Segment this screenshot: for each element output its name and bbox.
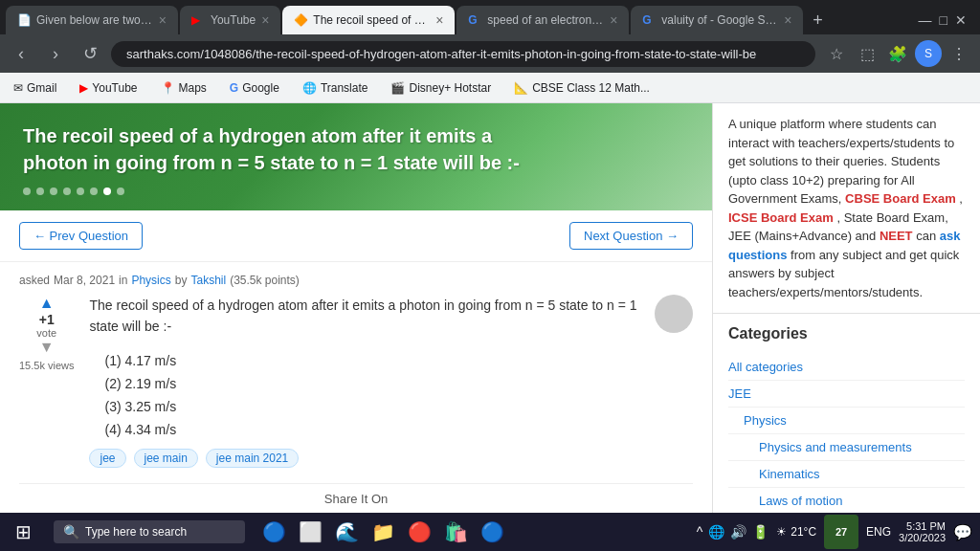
new-tab-button[interactable]: + — [805, 11, 831, 31]
bookmark-hotstar[interactable]: 🎬 Disney+ Hotstar — [385, 79, 497, 97]
taskbar-app-extra[interactable]: 🔵 — [475, 515, 509, 549]
author-link[interactable]: Takshil — [190, 274, 226, 287]
taskbar-search-box[interactable]: 🔍 Type here to search — [54, 520, 245, 543]
dot-5[interactable] — [77, 187, 84, 195]
battery-icon[interactable]: 🔋 — [752, 524, 768, 540]
progress-dots — [23, 187, 689, 195]
vote-down-button[interactable]: ▼ — [39, 339, 55, 356]
in-label: in — [119, 274, 127, 287]
forward-button[interactable]: › — [42, 40, 69, 67]
bookmark-translate[interactable]: 🌐 Translate — [297, 79, 374, 97]
volume-icon[interactable]: 🔊 — [730, 524, 746, 540]
chrome-icon: 🔴 — [408, 520, 432, 543]
question-text: The recoil speed of a hydrogen atom afte… — [89, 295, 693, 338]
option-3: (3) 3.25 m/s — [104, 399, 693, 414]
tab-2-title: YouTube — [211, 13, 256, 27]
url-input[interactable] — [111, 41, 815, 67]
store-icon: 🛍️ — [444, 520, 468, 543]
taskbar-edge[interactable]: 🌊 — [329, 515, 364, 549]
tag-jee[interactable]: jee — [89, 449, 125, 468]
language-indicator[interactable]: ENG — [866, 525, 891, 539]
date-indicator[interactable]: 27 — [824, 515, 858, 549]
tab-2[interactable]: ▶ YouTube × — [180, 6, 280, 34]
gmail-icon: ✉ — [13, 81, 23, 95]
bookmark-maps[interactable]: 📍 Maps — [155, 79, 212, 97]
tab-1[interactable]: 📄 Given below are two sta... × — [6, 6, 178, 34]
taskbar: ⊞ 🔍 Type here to search 🔵 ⬜ 🌊 📁 🔴 🛍️ 🔵 ^ — [0, 513, 980, 551]
category-all[interactable]: All categories — [728, 354, 965, 381]
maximize-icon[interactable]: □ — [940, 12, 947, 28]
tab-4-close[interactable]: × — [610, 12, 617, 28]
right-description: A unique platform where students can int… — [713, 103, 980, 314]
vote-up-button[interactable]: ▲ — [39, 295, 55, 312]
tag-jee-main[interactable]: jee main — [134, 449, 198, 468]
translate-icon: 🌐 — [302, 81, 317, 95]
bookmark-google[interactable]: G Google — [224, 79, 285, 97]
dot-6[interactable] — [90, 187, 98, 195]
date-display: 3/20/2023 — [899, 532, 946, 543]
taskbar-right: ^ 🌐 🔊 🔋 ☀ 21°C 27 ENG 5:31 PM 3/20/2023 … — [697, 515, 980, 549]
taskbar-file-explorer[interactable]: 📁 — [366, 515, 400, 549]
browser-chrome: 📄 Given below are two sta... × ▶ YouTube… — [0, 0, 980, 103]
tag-jee-main-2021[interactable]: jee main 2021 — [206, 449, 299, 468]
bookmark-cbse[interactable]: 📐 CBSE Class 12 Math... — [508, 79, 656, 97]
taskbar-cortana[interactable]: 🔵 — [256, 515, 291, 549]
tab-4-favicon: G — [468, 13, 481, 27]
back-button[interactable]: ‹ — [8, 40, 34, 67]
category-laws-of-motion[interactable]: Laws of motion — [728, 488, 965, 515]
bookmarks-bar: ✉ Gmail ▶ YouTube 📍 Maps G Google 🌐 Tran… — [0, 73, 980, 103]
option-2-num: (2) — [104, 376, 124, 391]
dot-7[interactable] — [103, 187, 111, 195]
tab-3[interactable]: 🔶 The recoil speed of a hyd... × — [282, 6, 455, 34]
options-list: (1) 4.17 m/s (2) 2.19 m/s (3) 3.25 m/s (… — [104, 353, 693, 437]
tab-2-close[interactable]: × — [261, 12, 269, 28]
chevron-up-icon[interactable]: ^ — [697, 524, 703, 540]
menu-icon[interactable]: ⋮ — [946, 40, 972, 67]
network-icon[interactable]: 🌐 — [708, 524, 724, 540]
notification-button[interactable]: 💬 — [953, 523, 972, 541]
taskbar-chrome[interactable]: 🔴 — [402, 515, 436, 549]
option-1: (1) 4.17 m/s — [104, 353, 693, 368]
clock[interactable]: 5:31 PM 3/20/2023 — [899, 520, 946, 543]
screenshot-icon[interactable]: ⬚ — [854, 40, 880, 67]
folder-icon: 📁 — [371, 520, 395, 543]
tab-4[interactable]: G speed of an electron in a... × — [457, 6, 629, 34]
close-icon[interactable]: ✕ — [955, 12, 967, 28]
dot-2[interactable] — [36, 187, 44, 195]
tab-3-close[interactable]: × — [435, 12, 443, 28]
profile-icon[interactable]: S — [915, 40, 942, 67]
by-label: by — [175, 274, 188, 287]
tab-5[interactable]: G valuity of - Google Search × — [631, 6, 803, 34]
right-desc-2: , — [959, 191, 963, 206]
taskbar-task-view[interactable]: ⬜ — [293, 515, 327, 549]
next-question-button[interactable]: Next Question → — [569, 222, 693, 250]
tab-1-close[interactable]: × — [159, 12, 167, 28]
category-kinematics[interactable]: Kinematics — [728, 461, 965, 488]
weather-display[interactable]: ☀ 21°C — [776, 525, 816, 539]
category-physics[interactable]: Physics — [728, 408, 965, 434]
bookmark-gmail[interactable]: ✉ Gmail — [8, 79, 62, 97]
dot-8[interactable] — [117, 187, 124, 195]
dot-4[interactable] — [63, 187, 71, 195]
bookmark-star-icon[interactable]: ☆ — [823, 40, 850, 67]
reload-button[interactable]: ↺ — [77, 40, 103, 67]
question-body: asked Mar 8, 2021 in Physics by Takshil … — [0, 262, 712, 551]
dot-1[interactable] — [23, 187, 31, 195]
tab-5-close[interactable]: × — [784, 12, 791, 28]
extension-icon[interactable]: 🧩 — [884, 40, 911, 67]
tab-5-title: valuity of - Google Search — [661, 13, 778, 27]
tab-2-favicon: ▶ — [191, 13, 205, 27]
taskbar-store[interactable]: 🛍️ — [438, 515, 473, 549]
highlight-icse: ICSE Board Exam — [728, 210, 834, 225]
vote-count: +1 — [39, 312, 55, 327]
start-button[interactable]: ⊞ — [0, 513, 46, 551]
category-jee[interactable]: JEE — [728, 381, 965, 408]
minimize-icon[interactable]: — — [919, 12, 932, 28]
windows-icon: ⊞ — [15, 520, 32, 543]
subject-link[interactable]: Physics — [131, 274, 170, 287]
bookmark-youtube[interactable]: ▶ YouTube — [74, 79, 143, 97]
dot-3[interactable] — [50, 187, 57, 195]
prev-question-button[interactable]: ← Prev Question — [19, 222, 143, 250]
option-2-value: 2.19 m/s — [124, 376, 176, 391]
category-physics-measurements[interactable]: Physics and measurements — [728, 434, 965, 461]
